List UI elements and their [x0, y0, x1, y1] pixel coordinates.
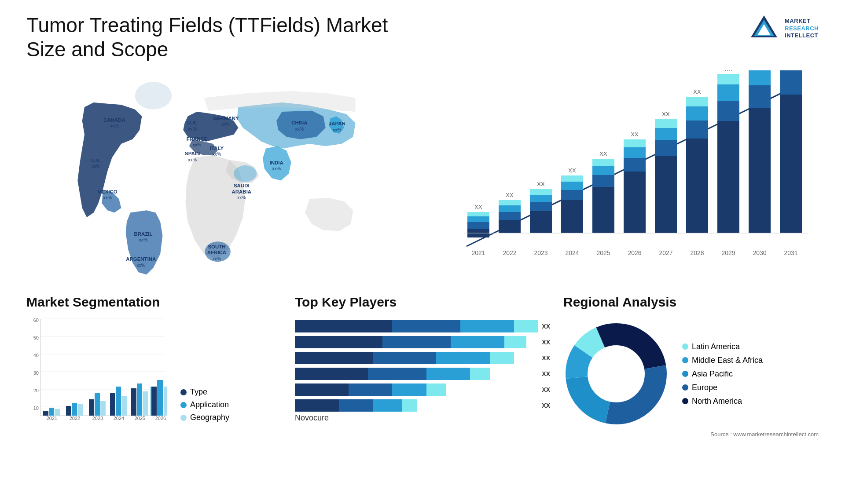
- bar-seg-1: [295, 368, 368, 380]
- map-svg: CANADA xx% U.S. xx% MEXICO xx% BRAZIL xx…: [26, 70, 418, 281]
- svg-rect-134: [131, 388, 136, 416]
- svg-text:2028: 2028: [690, 249, 704, 256]
- bar-seg-3: [392, 383, 426, 396]
- players-chart: XX XX: [295, 320, 550, 412]
- latin-america-label: Latin America: [692, 342, 740, 351]
- svg-text:2027: 2027: [659, 249, 672, 256]
- svg-rect-128: [100, 401, 106, 416]
- svg-text:INDIA: INDIA: [270, 160, 283, 165]
- svg-rect-132: [121, 396, 127, 416]
- application-label: Application: [190, 400, 229, 409]
- svg-text:2023: 2023: [92, 416, 103, 421]
- regional-section: Regional Analysis: [563, 295, 819, 438]
- page-container: Tumor Treating Fields (TTFields) Market …: [0, 0, 845, 504]
- svg-text:60: 60: [33, 318, 39, 323]
- svg-text:2021: 2021: [471, 249, 485, 256]
- legend-latin-america: Latin America: [682, 342, 763, 351]
- svg-rect-78: [655, 128, 677, 140]
- growth-chart-svg: XX 2021 XX 2022 XX 2023: [427, 70, 819, 273]
- svg-rect-119: [49, 408, 54, 416]
- bar-seg-4: [426, 383, 446, 396]
- svg-rect-43: [467, 212, 489, 216]
- seg-legend-geography: Geography: [180, 413, 229, 422]
- svg-rect-46: [499, 220, 521, 233]
- svg-text:CANADA: CANADA: [103, 117, 125, 123]
- bar-seg-2: [392, 320, 460, 332]
- bar-seg-1: [295, 383, 349, 396]
- bar-chart-section: XX 2021 XX 2022 XX 2023: [427, 70, 819, 281]
- geography-label: Geography: [190, 413, 229, 422]
- north-america-dot: [682, 398, 688, 404]
- bar-seg-2: [382, 336, 451, 348]
- svg-rect-72: [624, 147, 646, 158]
- svg-rect-99: [780, 95, 802, 233]
- player-label-4: XX: [542, 370, 550, 377]
- bar-seg-1: [295, 399, 339, 412]
- application-dot: [180, 402, 187, 408]
- svg-text:2024: 2024: [114, 416, 124, 421]
- svg-rect-66: [592, 166, 614, 175]
- svg-rect-90: [717, 84, 739, 101]
- svg-text:SOUTH: SOUTH: [208, 244, 225, 249]
- svg-text:xx%: xx%: [295, 127, 304, 131]
- svg-text:xx%: xx%: [136, 263, 145, 268]
- legend-asia-pacific: Asia Pacific: [682, 369, 763, 379]
- player-label-2: XX: [542, 339, 550, 346]
- svg-text:2030: 2030: [753, 249, 766, 256]
- svg-text:xx%: xx%: [193, 143, 202, 148]
- svg-rect-142: [158, 380, 163, 416]
- svg-rect-64: [592, 187, 614, 233]
- svg-text:CHINA: CHINA: [291, 121, 307, 126]
- svg-text:30: 30: [33, 370, 39, 376]
- svg-rect-91: [717, 74, 739, 84]
- svg-text:2021: 2021: [47, 416, 57, 421]
- player-bar-2: [295, 336, 538, 348]
- svg-text:U.S.: U.S.: [91, 158, 101, 163]
- svg-rect-70: [624, 172, 646, 233]
- logo-area: MARKET RESEARCH INTELLECT: [749, 13, 819, 44]
- svg-text:2024: 2024: [565, 249, 579, 256]
- svg-text:XX: XX: [724, 70, 732, 73]
- svg-point-3: [135, 82, 172, 110]
- svg-rect-52: [530, 211, 552, 233]
- svg-text:SPAIN: SPAIN: [185, 151, 200, 156]
- segmentation-chart: 60 50 40 30 20 10: [26, 317, 167, 422]
- source-text: Source : www.marketresearchintellect.com: [563, 431, 819, 438]
- player-label-1: XX: [542, 323, 550, 330]
- map-section: CANADA xx% U.S. xx% MEXICO xx% BRAZIL xx…: [26, 70, 418, 281]
- bar-seg-1: [295, 352, 373, 364]
- svg-point-5: [234, 165, 257, 182]
- svg-rect-49: [499, 200, 521, 205]
- player-label-6: XX: [542, 402, 550, 409]
- bar-seg-4: [490, 352, 514, 364]
- players-title: Top Key Players: [295, 295, 550, 310]
- player-label-5: XX: [542, 386, 550, 393]
- svg-rect-83: [686, 121, 708, 139]
- svg-rect-96: [749, 70, 771, 85]
- svg-rect-60: [561, 182, 583, 190]
- svg-text:xx%: xx%: [188, 157, 197, 162]
- seg-legend-type: Type: [180, 387, 229, 397]
- player-label-3: XX: [542, 354, 550, 362]
- svg-text:xx%: xx%: [213, 152, 221, 157]
- svg-text:MEXICO: MEXICO: [98, 189, 118, 194]
- seg-legend-application: Application: [180, 400, 229, 409]
- svg-text:40: 40: [33, 353, 39, 358]
- player-bar-1: [295, 320, 538, 332]
- logo-text: MARKET RESEARCH INTELLECT: [785, 18, 819, 40]
- player-bar-4: [295, 368, 538, 380]
- bottom-sections: Market Segmentation 60 50 40 30 20 10: [26, 295, 819, 438]
- svg-point-150: [592, 350, 640, 398]
- svg-text:XX: XX: [631, 131, 639, 138]
- svg-rect-53: [530, 202, 552, 211]
- svg-rect-124: [77, 404, 83, 416]
- svg-text:XX: XX: [599, 150, 607, 157]
- svg-text:2026: 2026: [155, 416, 166, 421]
- svg-text:xx%: xx%: [110, 124, 119, 129]
- segmentation-title: Market Segmentation: [26, 295, 282, 310]
- svg-text:2022: 2022: [503, 249, 516, 256]
- player-row-1: XX: [295, 320, 550, 332]
- svg-text:10: 10: [33, 405, 39, 411]
- legend-north-america: North America: [682, 397, 763, 406]
- svg-rect-118: [43, 411, 48, 416]
